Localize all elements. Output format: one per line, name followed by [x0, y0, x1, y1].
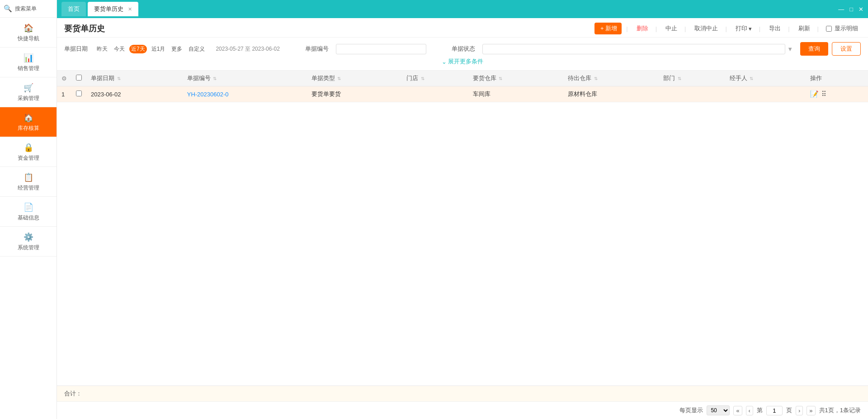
tab-label-home: 首页	[68, 5, 80, 13]
page-label: 第	[757, 406, 763, 414]
order-no-link[interactable]: YH-20230602-0	[187, 91, 229, 98]
prev-page-btn[interactable]: ‹	[746, 406, 753, 415]
sidebar-item-sales[interactable]: 📊销售管理	[0, 48, 57, 77]
shortcut-last7[interactable]: 近7天	[129, 45, 147, 53]
col-req-warehouse: 要货仓库 ⇅	[468, 71, 564, 86]
page-input[interactable]	[766, 406, 783, 415]
order-no-input[interactable]	[336, 44, 426, 54]
print-button[interactable]: 打印▾	[731, 23, 755, 34]
sidebar-item-inventory[interactable]: 🏠库存核算	[0, 107, 57, 137]
row-department	[659, 86, 725, 102]
sort-date-icon[interactable]: ⇅	[117, 76, 121, 81]
filter-area: 单据日期 昨天今天近7天近1月更多自定义 2023-05-27 至 2023-0…	[57, 38, 868, 71]
cancel-stop-button[interactable]: 取消中止	[690, 23, 721, 34]
row-handler	[725, 86, 806, 102]
expand-more[interactable]: ⌄ 展开更多条件	[64, 56, 861, 67]
sidebar-item-finance[interactable]: 🔒资金管理	[0, 137, 57, 167]
maximize-btn[interactable]: □	[849, 6, 853, 13]
sort-type-icon[interactable]: ⇅	[337, 76, 341, 81]
minimize-btn[interactable]: —	[838, 6, 844, 13]
sidebar-item-system[interactable]: ⚙️系统管理	[0, 227, 57, 257]
quick-nav-icon: 🏠	[24, 23, 33, 33]
shortcut-yesterday[interactable]: 昨天	[95, 45, 109, 53]
sort-handler-icon[interactable]: ⇅	[750, 76, 753, 81]
per-page-label: 每页显示	[679, 406, 703, 414]
stop-button[interactable]: 中止	[661, 23, 680, 34]
col-order-type: 单据类型 ⇅	[307, 71, 402, 86]
table-footer: 合计：	[57, 386, 868, 401]
settings-col-header[interactable]: ⚙	[57, 71, 71, 86]
refresh-button[interactable]: 刷新	[794, 23, 813, 34]
basic-icon: 📄	[24, 202, 33, 212]
row-store	[402, 86, 468, 102]
sep-7: |	[817, 25, 819, 32]
sidebar-item-operation[interactable]: 📋经营管理	[0, 167, 57, 197]
status-label: 单据状态	[452, 45, 475, 53]
pagination: 每页显示 50 100 200 « ‹ 第 页 › » 共1页，1条记录	[57, 401, 868, 419]
sidebar-item-basic[interactable]: 📄基础信息	[0, 197, 57, 227]
sidebar-item-purchase[interactable]: 🛒采购管理	[0, 77, 57, 107]
topbar: 首页要货单历史✕ — □ ✕	[57, 0, 868, 18]
row-select-checkbox[interactable]	[76, 90, 82, 96]
header-actions: + 新增|删除|中止|取消中止|打印▾|导出|刷新|显示明细	[594, 23, 861, 34]
content-area: 要货单历史 + 新增|删除|中止|取消中止|打印▾|导出|刷新|显示明细 单据日…	[57, 18, 868, 419]
checkbox-col-header	[71, 71, 86, 86]
display-cell-check[interactable]	[826, 26, 832, 32]
table-header-row: ⚙ 单据日期 ⇅ 单据编号 ⇅ 单据类型 ⇅ 门店 ⇅ 要货仓库 ⇅ 待出仓库 …	[57, 71, 868, 86]
col-action: 操作	[806, 71, 868, 86]
page-suffix: 页	[786, 406, 792, 414]
col-pending-warehouse: 待出仓库 ⇅	[563, 71, 659, 86]
table-wrapper: ⚙ 单据日期 ⇅ 单据编号 ⇅ 单据类型 ⇅ 门店 ⇅ 要货仓库 ⇅ 待出仓库 …	[57, 71, 868, 386]
tab-close-history[interactable]: ✕	[128, 6, 132, 12]
sort-reqwh-icon[interactable]: ⇅	[499, 76, 502, 81]
close-btn[interactable]: ✕	[859, 6, 863, 13]
last-page-btn[interactable]: »	[807, 406, 815, 415]
total-records: 共1页，1条记录	[819, 406, 861, 414]
tab-history[interactable]: 要货单历史✕	[88, 2, 138, 16]
sidebar-item-quick-nav[interactable]: 🏠快捷导航	[0, 18, 57, 48]
status-dropdown-icon[interactable]: ▼	[787, 46, 793, 52]
row-action: 📝 ⠿	[806, 86, 868, 102]
col-order-no: 单据编号 ⇅	[183, 71, 307, 86]
per-page-select[interactable]: 50 100 200	[707, 405, 730, 415]
system-icon: ⚙️	[24, 232, 33, 242]
add-button[interactable]: + 新增	[594, 23, 622, 34]
next-page-btn[interactable]: ›	[796, 406, 803, 415]
shortcut-more[interactable]: 更多	[170, 45, 184, 53]
sidebar-search[interactable]: 🔍 搜索菜单	[0, 0, 57, 18]
row-pending-warehouse: 原材料仓库	[563, 86, 659, 102]
status-input[interactable]	[482, 44, 785, 54]
setting-button[interactable]: 设置	[832, 42, 861, 56]
sep-4: |	[725, 25, 726, 32]
delete-button[interactable]: 删除	[632, 23, 651, 34]
shortcut-custom[interactable]: 自定义	[187, 45, 207, 53]
table-row: 1 2023-06-02 YH-20230602-0 要货单要货 车间库 原材料…	[57, 86, 868, 102]
operation-icon: 📋	[24, 172, 33, 182]
sep-6: |	[788, 25, 789, 32]
row-date: 2023-06-02	[86, 86, 183, 102]
export-button[interactable]: 导出	[765, 23, 783, 34]
sort-store-icon[interactable]: ⇅	[421, 76, 425, 81]
query-button[interactable]: 查询	[800, 42, 828, 56]
sort-orderno-icon[interactable]: ⇅	[213, 76, 217, 81]
row-more-icon[interactable]: ⠿	[821, 90, 826, 98]
display-cell-button[interactable]: 显示明细	[823, 23, 861, 34]
sort-dept-icon[interactable]: ⇅	[678, 76, 681, 81]
finance-icon: 🔒	[24, 143, 33, 152]
page-title: 要货单历史	[64, 23, 105, 34]
main-area: 首页要货单历史✕ — □ ✕ 要货单历史 + 新增|删除|中止|取消中止|打印▾…	[57, 0, 868, 419]
sort-pendwh-icon[interactable]: ⇅	[594, 76, 598, 81]
first-page-btn[interactable]: «	[733, 406, 742, 415]
row-req-warehouse: 车间库	[468, 86, 564, 102]
sidebar: 🔍 搜索菜单 🏠快捷导航📊销售管理🛒采购管理🏠库存核算🔒资金管理📋经营管理📄基础…	[0, 0, 57, 419]
col-store: 门店 ⇅	[402, 71, 468, 86]
inventory-icon: 🏠	[24, 113, 33, 123]
shortcut-today[interactable]: 今天	[112, 45, 127, 53]
filter-actions: 查询 设置	[800, 42, 861, 56]
select-all-checkbox[interactable]	[76, 75, 82, 81]
shortcut-last1m[interactable]: 近1月	[150, 45, 167, 53]
row-edit-icon[interactable]: 📝	[810, 90, 819, 98]
row-order-type: 要货单要货	[307, 86, 402, 102]
tab-home[interactable]: 首页	[61, 2, 86, 16]
sidebar-search-label: 搜索菜单	[15, 5, 37, 13]
